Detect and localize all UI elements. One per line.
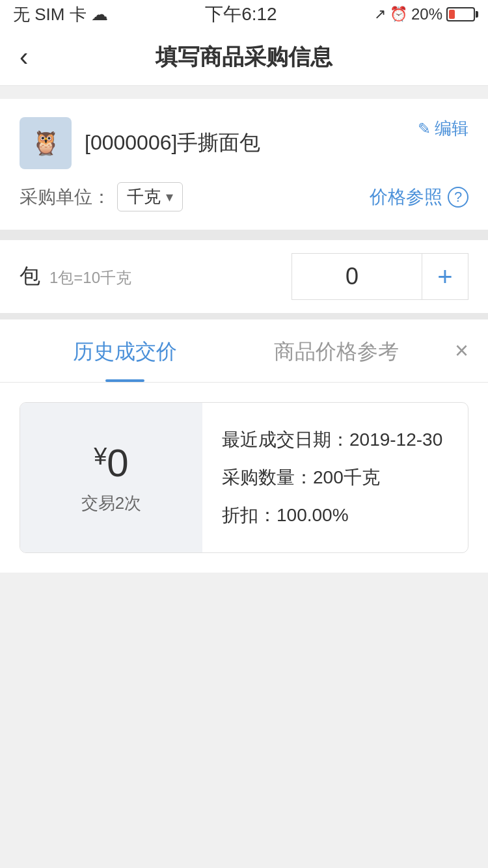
battery-fill: [449, 10, 455, 19]
quantity-label-group: 包 1包=10千克: [20, 262, 131, 291]
unit-label: 采购单位：: [20, 185, 111, 210]
quantity-unit: 包: [20, 262, 40, 291]
tab-history-price[interactable]: 历史成交价: [20, 319, 230, 382]
tabs-header: 历史成交价 商品价格参考 ×: [0, 319, 488, 383]
quantity-conversion: 1包=10千克: [49, 267, 131, 288]
back-button[interactable]: ‹: [20, 42, 41, 72]
tab-close-button[interactable]: ×: [442, 324, 468, 377]
unit-select[interactable]: 千克 ▾: [117, 182, 183, 211]
discount-value: 100.00%: [277, 505, 349, 525]
discount-row: 折扣：100.00%: [222, 502, 448, 529]
tab-content-area: ¥0 交易2次 最近成交日期：2019-12-30 采购数量：200千克 折扣：…: [0, 383, 488, 573]
product-left: 🦉 [0000006]手撕面包: [20, 117, 260, 169]
recent-date-value: 2019-12-30: [349, 429, 442, 450]
product-logo-icon: 🦉: [31, 129, 61, 157]
nav-bar: ‹ 填写商品采购信息: [0, 29, 488, 86]
battery-indicator: [446, 7, 475, 21]
help-icon: ?: [448, 187, 468, 208]
quantity-input-group: +: [291, 253, 468, 300]
currency-symbol: ¥: [94, 443, 107, 470]
dropdown-arrow-icon: ▾: [166, 189, 173, 206]
price-amount: ¥0: [94, 441, 128, 485]
product-name: [0000006]手撕面包: [85, 129, 260, 157]
status-time: 下午6:12: [205, 2, 277, 27]
status-right: ↗ ⏰ 20%: [374, 5, 475, 23]
edit-label: 编辑: [435, 117, 468, 140]
quantity-input[interactable]: [291, 253, 422, 300]
gray-divider: [0, 230, 488, 240]
alarm-icon: ⏰: [390, 6, 407, 23]
location-icon: ↗: [374, 6, 386, 23]
recent-date-row: 最近成交日期：2019-12-30: [222, 426, 448, 454]
price-value: 0: [107, 441, 128, 485]
price-right-panel: 最近成交日期：2019-12-30 采购数量：200千克 折扣：100.00%: [202, 403, 468, 552]
price-left-panel: ¥0 交易2次: [20, 403, 202, 552]
quantity-plus-button[interactable]: +: [422, 253, 468, 300]
price-record-card: ¥0 交易2次 最近成交日期：2019-12-30 采购数量：200千克 折扣：…: [20, 402, 468, 553]
price-ref-button[interactable]: 价格参照 ?: [370, 185, 468, 210]
purchase-qty-row: 采购数量：200千克: [222, 464, 448, 491]
qty-label: 采购数量：: [222, 467, 313, 487]
product-header: 🦉 [0000006]手撕面包 ✎ 编辑: [20, 117, 468, 169]
price-trades: 交易2次: [81, 492, 141, 515]
unit-value: 千克: [127, 185, 161, 208]
sim-label: 无 SIM 卡 ☁: [13, 3, 108, 26]
recent-date-label: 最近成交日期：: [222, 429, 349, 450]
battery-label: 20%: [411, 5, 442, 23]
discount-label: 折扣：: [222, 505, 277, 525]
unit-selector-group: 采购单位： 千克 ▾: [20, 182, 183, 211]
edit-icon: ✎: [418, 120, 431, 138]
price-ref-label: 价格参照: [370, 185, 442, 210]
tab-product-price-ref[interactable]: 商品价格参考: [230, 319, 441, 382]
qty-value: 200千克: [313, 467, 380, 487]
edit-button[interactable]: ✎ 编辑: [418, 117, 468, 140]
page-title: 填写商品采购信息: [156, 42, 332, 72]
product-unit-row: 采购单位： 千克 ▾ 价格参照 ?: [20, 182, 468, 211]
quantity-row: 包 1包=10千克 +: [0, 240, 488, 313]
status-left: 无 SIM 卡 ☁: [13, 3, 108, 26]
status-bar: 无 SIM 卡 ☁ 下午6:12 ↗ ⏰ 20%: [0, 0, 488, 29]
product-thumbnail: 🦉: [20, 117, 72, 169]
tabs-section: 历史成交价 商品价格参考 × ¥0 交易2次 最近成交日期：2019-12-30…: [0, 313, 488, 573]
product-card: 🦉 [0000006]手撕面包 ✎ 编辑 采购单位： 千克 ▾ 价格参照 ?: [0, 99, 488, 230]
